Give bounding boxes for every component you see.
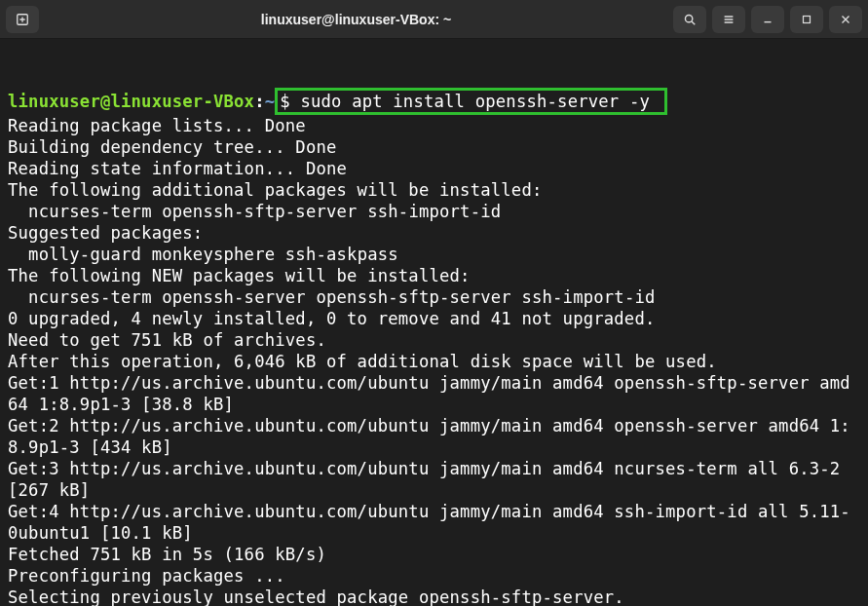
output-line: ncurses-term openssh-sftp-server ssh-imp… (8, 201, 860, 222)
menu-button[interactable] (712, 6, 745, 33)
prompt-symbol: $ (280, 92, 290, 111)
svg-rect-2 (804, 16, 811, 22)
prompt-user-host: linuxuser@linuxuser-VBox (8, 92, 254, 111)
output-line: Need to get 751 kB of archives. (8, 329, 860, 351)
output-line: Preconfiguring packages ... (8, 565, 860, 587)
output-line: Selecting previously unselected package … (8, 587, 860, 606)
output-line: Get:4 http://us.archive.ubuntu.com/ubunt… (8, 501, 860, 544)
window-titlebar: linuxuser@linuxuser-VBox: ~ (0, 0, 868, 39)
output-line: 0 upgraded, 4 newly installed, 0 to remo… (8, 308, 860, 329)
output-line: Get:1 http://us.archive.ubuntu.com/ubunt… (8, 372, 860, 415)
new-tab-button[interactable] (6, 6, 39, 33)
output-line: The following additional packages will b… (8, 179, 860, 201)
output-line: Get:2 http://us.archive.ubuntu.com/ubunt… (8, 415, 860, 458)
output-line: Get:3 http://us.archive.ubuntu.com/ubunt… (8, 458, 860, 501)
output-line: Suggested packages: (8, 222, 860, 244)
window-title: linuxuser@linuxuser-VBox: ~ (45, 12, 667, 27)
svg-point-1 (685, 15, 692, 21)
prompt-path: ~ (265, 92, 276, 111)
output-line: molly-guard monkeysphere ssh-askpass (8, 244, 860, 265)
output-line: Reading package lists... Done (8, 115, 860, 136)
output-line: Reading state information... Done (8, 158, 860, 179)
output-line: After this operation, 6,046 kB of additi… (8, 351, 860, 372)
command-text: sudo apt install openssh-server -y (290, 92, 660, 111)
output-line: The following NEW packages will be insta… (8, 265, 860, 286)
terminal-area[interactable]: linuxuser@linuxuser-VBox:~$ sudo apt ins… (0, 39, 868, 606)
output-line: ncurses-term openssh-server openssh-sftp… (8, 286, 860, 308)
prompt-line: linuxuser@linuxuser-VBox:~$ sudo apt ins… (8, 88, 860, 115)
minimize-button[interactable] (751, 6, 784, 33)
output-line: Fetched 751 kB in 5s (166 kB/s) (8, 544, 860, 565)
command-highlight-box: $ sudo apt install openssh-server -y (275, 88, 666, 115)
close-button[interactable] (829, 6, 862, 33)
output-line: Building dependency tree... Done (8, 136, 860, 158)
maximize-button[interactable] (790, 6, 823, 33)
search-button[interactable] (673, 6, 706, 33)
terminal-output: Reading package lists... DoneBuilding de… (8, 115, 860, 606)
